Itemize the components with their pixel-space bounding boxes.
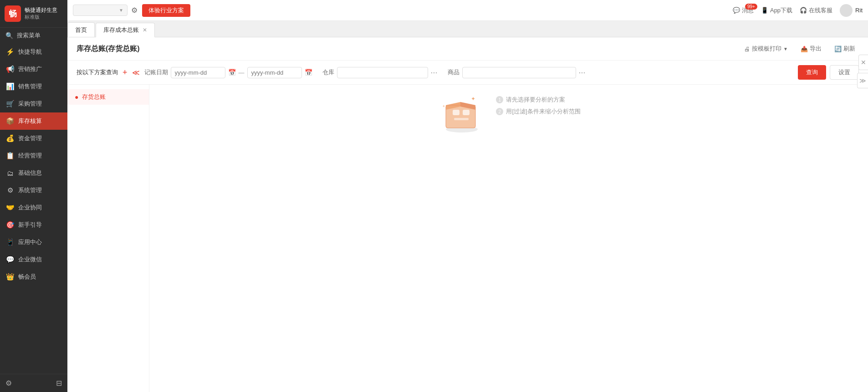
tab-close-icon[interactable]: ✕ xyxy=(143,27,147,33)
search-menu-item[interactable]: 🔍 搜索菜单 xyxy=(0,28,67,43)
sidebar-item-operations[interactable]: 📋 经营管理 xyxy=(0,147,67,164)
sidebar-bottom: ⚙ ⊟ xyxy=(0,374,67,392)
topbar-left: ▼ ⚙ 体验行业方案 xyxy=(73,4,733,17)
topbar-right: 💬 消息 99+ 📱 App下载 🎧 在线客服 Rit xyxy=(733,4,863,17)
sidebar-item-member[interactable]: 👑 畅会员 xyxy=(0,268,67,285)
sidebar-item-purchase[interactable]: 🛒 采购管理 xyxy=(0,95,67,112)
empty-illustration: ✦ ✦ xyxy=(437,85,482,130)
scheme-item-inventory-ledger[interactable]: ● 存货总账 xyxy=(67,89,149,105)
sidebar-nav: ⚡ 快捷导航 📢 营销推广 📊 销售管理 🛒 采购管理 📦 库存核算 💰 资金管… xyxy=(0,43,67,374)
filter-date-from[interactable] xyxy=(171,67,225,78)
main-area: ▼ ⚙ 体验行业方案 💬 消息 99+ 📱 App下载 🎧 在线客服 Rit xyxy=(67,0,868,392)
app-name: 畅捷通好生意 xyxy=(25,7,57,14)
filter-warehouse-input[interactable] xyxy=(337,67,428,78)
warehouse-more-icon[interactable]: ··· xyxy=(431,68,438,77)
message-btn[interactable]: 💬 消息 99+ xyxy=(733,6,754,15)
filter-add-icon[interactable]: + xyxy=(123,68,128,77)
filter-product-input[interactable] xyxy=(462,67,576,78)
basic-label: 基础信息 xyxy=(18,169,42,177)
sidebar: 畅 畅捷通好生意 标准版 🔍 搜索菜单 ⚡ 快捷导航 📢 营销推广 📊 销售管理… xyxy=(0,0,67,392)
print-btn[interactable]: 🖨 按模板打印 ▼ xyxy=(740,43,791,55)
collapse-sidebar-icon[interactable]: ⊟ xyxy=(56,379,62,387)
industry-btn[interactable]: 体验行业方案 xyxy=(142,4,190,17)
settings-btn[interactable]: 设置 xyxy=(830,65,859,80)
filter-group: 记账日期 📅 — 📅 仓库 ··· 商品 ··· xyxy=(144,67,793,78)
export-btn[interactable]: 📤 导出 xyxy=(797,43,825,55)
appstore-label: 应用中心 xyxy=(18,238,42,246)
sidebar-item-basic[interactable]: 🗂 基础信息 xyxy=(0,164,67,182)
right-panel-close[interactable]: ✕ xyxy=(858,55,868,70)
coop-icon: 🤝 xyxy=(5,204,15,212)
system-label: 系统管理 xyxy=(18,186,42,194)
app-label: App下载 xyxy=(770,6,792,15)
export-icon: 📤 xyxy=(801,46,808,52)
filter-warehouse: 仓库 ··· xyxy=(315,67,438,78)
filter-date-range: 记账日期 📅 — 📅 xyxy=(144,67,312,78)
service-icon: 🎧 xyxy=(800,7,807,14)
tab-cost-ledger[interactable]: 库存成本总账 ✕ xyxy=(96,23,155,37)
filter-actions: 查询 设置 xyxy=(798,65,859,80)
operations-label: 经营管理 xyxy=(18,152,42,160)
export-label: 导出 xyxy=(810,45,822,53)
sidebar-item-inventory[interactable]: 📦 库存核算 xyxy=(0,112,67,130)
app-download-btn[interactable]: 📱 App下载 xyxy=(761,6,792,15)
refresh-label: 刷新 xyxy=(843,45,855,53)
sidebar-item-marketing[interactable]: 📢 营销推广 xyxy=(0,61,67,78)
breadcrumb[interactable]: ▼ xyxy=(73,5,128,16)
sidebar-item-quick-nav[interactable]: ⚡ 快捷导航 xyxy=(0,43,67,61)
tab-cost-ledger-label: 库存成本总账 xyxy=(103,26,139,34)
refresh-icon: 🔄 xyxy=(834,46,842,52)
sidebar-logo: 畅 畅捷通好生意 标准版 xyxy=(0,0,67,28)
settings-gear-icon[interactable]: ⚙ xyxy=(131,6,138,15)
sidebar-item-appstore[interactable]: 📱 应用中心 xyxy=(0,234,67,251)
filter-product-label: 商品 xyxy=(448,68,460,76)
online-service-btn[interactable]: 🎧 在线客服 xyxy=(800,6,832,15)
scheme-item-label: 存货总账 xyxy=(82,93,106,101)
marketing-icon: 📢 xyxy=(5,65,15,73)
app-edition: 标准版 xyxy=(25,14,57,20)
app-icon: 📱 xyxy=(761,7,768,14)
scheme-area: ● 存货总账 xyxy=(67,85,868,392)
settings-bottom-icon[interactable]: ⚙ xyxy=(5,379,12,387)
right-panel-expand[interactable]: ≫ xyxy=(857,73,868,88)
calendar-to-icon[interactable]: 📅 xyxy=(305,69,312,76)
sidebar-item-sales[interactable]: 📊 销售管理 xyxy=(0,78,67,95)
member-icon: 👑 xyxy=(5,273,15,281)
calendar-from-icon[interactable]: 📅 xyxy=(228,69,236,76)
finance-icon: 💰 xyxy=(5,134,15,143)
filter-collapse-icon[interactable]: ≪ xyxy=(132,68,140,77)
breadcrumb-text xyxy=(77,6,115,14)
tab-home[interactable]: 首页 xyxy=(67,22,95,37)
hint2: 用[过滤]条件来缩小分析范围 xyxy=(506,107,580,116)
avatar xyxy=(840,4,853,17)
refresh-btn[interactable]: 🔄 刷新 xyxy=(831,43,859,55)
sidebar-item-finance[interactable]: 💰 资金管理 xyxy=(0,130,67,147)
svg-text:✦: ✦ xyxy=(442,104,445,108)
purchase-icon: 🛒 xyxy=(5,100,15,108)
empty-content: ✦ ✦ 1 请先选择要分析的方案 xyxy=(437,85,580,130)
filter-date-to[interactable] xyxy=(247,67,302,78)
tabbar: 首页 库存成本总账 ✕ xyxy=(67,21,868,37)
member-label: 畅会员 xyxy=(18,273,36,281)
sidebar-item-newbie[interactable]: 🎯 新手引导 xyxy=(0,216,67,234)
search-menu-label: 搜索菜单 xyxy=(17,31,41,40)
app-logo-icon: 畅 xyxy=(5,5,21,22)
purchase-label: 采购管理 xyxy=(18,100,42,108)
user-area[interactable]: Rit xyxy=(840,4,863,17)
page-header: 库存总账(存货总账) 🖨 按模板打印 ▼ 📤 导出 🔄 刷新 xyxy=(67,37,868,61)
quick-nav-icon: ⚡ xyxy=(5,48,15,56)
topbar: ▼ ⚙ 体验行业方案 💬 消息 99+ 📱 App下载 🎧 在线客服 Rit xyxy=(67,0,868,21)
sidebar-item-system[interactable]: ⚙ 系统管理 xyxy=(0,182,67,199)
coop-label: 企业协同 xyxy=(18,204,42,212)
sidebar-item-wechat[interactable]: 💬 企业微信 xyxy=(0,251,67,268)
content-area: 库存总账(存货总账) 🖨 按模板打印 ▼ 📤 导出 🔄 刷新 按以下方案查 xyxy=(67,37,868,392)
step1-num: 1 xyxy=(496,96,503,103)
search-icon: 🔍 xyxy=(5,32,13,39)
sidebar-item-coop[interactable]: 🤝 企业协同 xyxy=(0,199,67,216)
query-btn[interactable]: 查询 xyxy=(798,65,826,80)
operations-icon: 📋 xyxy=(5,152,15,160)
inventory-label: 库存核算 xyxy=(18,117,42,125)
service-label: 在线客服 xyxy=(809,6,832,15)
product-more-icon[interactable]: ··· xyxy=(579,68,586,77)
empty-state: ✦ ✦ 1 请先选择要分析的方案 xyxy=(149,85,868,130)
